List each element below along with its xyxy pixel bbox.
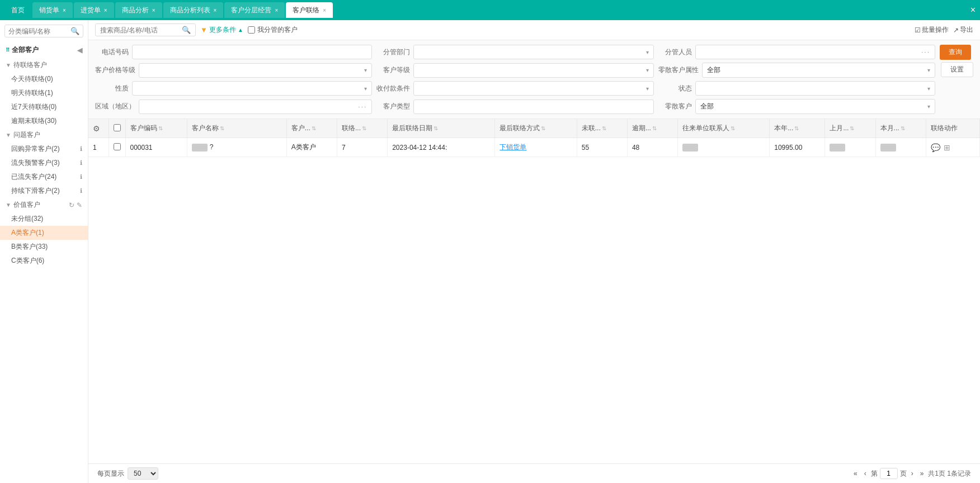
sort-icon[interactable]: ⇅ <box>362 125 366 131</box>
filter-phone: 电话号码 <box>95 45 372 59</box>
sort-icon[interactable]: ⇅ <box>794 125 799 131</box>
page-number-input[interactable] <box>880 468 898 479</box>
my-customers-filter[interactable]: 我分管的客户 <box>248 25 298 35</box>
sort-icon[interactable]: ⇅ <box>602 125 606 131</box>
export-btn[interactable]: ↗ 导出 <box>953 25 973 35</box>
sidebar-search-box[interactable]: 🔍 <box>4 25 83 37</box>
sort-icon[interactable]: ⇅ <box>731 125 735 131</box>
nav-home[interactable]: 首页 <box>4 2 31 18</box>
nature-input[interactable]: ▾ <box>132 81 372 96</box>
col-unit-contact-label: 往来单位联系人 <box>682 124 729 133</box>
sidebar-item-churned[interactable]: 已流失客户(24) ℹ <box>0 170 88 184</box>
close-icon[interactable]: × <box>275 7 278 13</box>
window-close-icon[interactable]: × <box>970 5 976 15</box>
sidebar-section-problem[interactable]: ▼ 问题客户 <box>0 128 88 142</box>
row-last-method: 下销货单 <box>495 138 577 157</box>
close-icon[interactable]: × <box>214 7 217 13</box>
status-label: 状态 <box>658 84 692 93</box>
per-page-select[interactable]: 50 100 200 <box>128 467 158 480</box>
settings-button[interactable]: 设置 <box>941 62 973 77</box>
col-last-date: 最后联络日期 ⇅ <box>388 119 495 138</box>
search-icon[interactable]: 🔍 <box>70 27 79 35</box>
sort-icon[interactable]: ⇅ <box>850 125 854 131</box>
close-icon[interactable]: × <box>104 7 107 13</box>
dots-icon: ··· <box>358 103 367 111</box>
retail-cust-input[interactable]: 全部 ▾ <box>695 99 935 114</box>
sidebar-item-ungroup[interactable]: 未分组(32) <box>0 212 88 226</box>
row-checkbox[interactable] <box>114 143 121 150</box>
first-page-btn[interactable]: « <box>851 468 860 479</box>
batch-op-label: 批量操作 <box>922 25 949 35</box>
search-icon[interactable]: 🔍 <box>182 26 191 34</box>
nav-product-analysis-list[interactable]: 商品分析列表 × <box>163 2 224 18</box>
nav-customer-segment[interactable]: 客户分层经营 × <box>224 2 285 18</box>
sidebar-section-pending[interactable]: ▼ 待联络客户 <box>0 58 88 72</box>
nav-tab-label: 客户分层经营 <box>231 6 271 15</box>
sidebar-item-overdue[interactable]: 逾期未联络(30) <box>0 114 88 128</box>
sort-icon[interactable]: ⇅ <box>434 125 438 131</box>
my-customers-checkbox[interactable] <box>248 26 255 34</box>
sort-icon[interactable]: ⇅ <box>158 125 163 131</box>
cust-level-input[interactable]: ▾ <box>413 63 653 78</box>
filter-search-input[interactable] <box>100 26 180 34</box>
last-method-link[interactable]: 下销货单 <box>500 143 526 151</box>
sidebar-item-7days[interactable]: 近7天待联络(0) <box>0 100 88 114</box>
sidebar-section-value[interactable]: ▼ 价值客户 ↻ ✎ <box>0 198 88 212</box>
sidebar-item-b-class[interactable]: B类客户(33) <box>0 240 88 254</box>
sidebar-item-declining[interactable]: 持续下滑客户(2) ℹ <box>0 184 88 198</box>
query-button[interactable]: 查询 <box>940 45 971 60</box>
filter-retail-cust: 零散客户 全部 ▾ <box>658 99 935 114</box>
sort-icon[interactable]: ⇅ <box>652 125 657 131</box>
select-all-checkbox[interactable] <box>114 124 121 131</box>
sidebar-item-c-class[interactable]: C类客户(6) <box>0 254 88 268</box>
settings-gear-icon[interactable]: ⚙ <box>93 124 100 133</box>
more-conditions-btn[interactable]: ▼ 更多条件 ▲ <box>200 25 243 35</box>
last-page-btn[interactable]: » <box>918 468 926 479</box>
sidebar-item-tomorrow[interactable]: 明天待联络(1) <box>0 86 88 100</box>
close-icon[interactable]: × <box>152 7 156 13</box>
sort-icon[interactable]: ⇅ <box>312 125 316 131</box>
sidebar-collapse-icon[interactable]: ◀ <box>77 46 82 54</box>
refresh-icon[interactable]: ↻ <box>69 201 74 209</box>
nav-purchase-order[interactable]: 进货单 × <box>74 2 114 18</box>
sidebar-all-customers[interactable]: ⠿ 全部客户 ◀ <box>0 42 88 58</box>
chevron-down-icon: ▾ <box>646 49 649 55</box>
payment-input[interactable]: ▾ <box>413 81 653 96</box>
nav-product-analysis[interactable]: 商品分析 × <box>115 2 162 18</box>
next-page-btn[interactable]: › <box>909 468 916 479</box>
retail-attr-input[interactable]: 全部 ▾ <box>702 63 935 78</box>
region-input[interactable]: ··· <box>139 100 372 114</box>
close-icon[interactable]: × <box>323 7 326 13</box>
sidebar-item-churn-warning[interactable]: 流失预警客户(3) ℹ <box>0 156 88 170</box>
message-icon[interactable]: 💬 <box>931 143 940 152</box>
sidebar-item-a-class[interactable]: A类客户(1) <box>0 226 88 240</box>
manager-input[interactable]: ··· <box>695 45 935 59</box>
nav-customer-contact[interactable]: 客户联络 × <box>286 2 333 18</box>
manager-label: 分管人员 <box>658 48 692 57</box>
close-icon[interactable]: × <box>63 7 66 13</box>
sidebar-item-today[interactable]: 今天待联络(0) <box>0 72 88 86</box>
qr-icon[interactable]: ⊞ <box>944 143 950 152</box>
edit-icon[interactable]: ✎ <box>77 201 82 209</box>
cust-type-input[interactable] <box>413 100 653 114</box>
filter-search-box[interactable]: 🔍 <box>95 23 196 36</box>
sidebar-search-input[interactable] <box>8 27 68 35</box>
sort-icon[interactable]: ⇅ <box>901 125 905 131</box>
batch-op-btn[interactable]: ☑ 批量操作 <box>915 25 949 35</box>
nav-sales-order[interactable]: 销货单 × <box>32 2 73 18</box>
dots-icon: ··· <box>921 48 930 56</box>
row-contact-count: 7 <box>337 138 387 157</box>
col-no-contact-label: 未联... <box>582 124 601 133</box>
sort-icon[interactable]: ⇅ <box>541 125 545 131</box>
price-level-input[interactable]: ▾ <box>139 63 372 78</box>
info-icon: ℹ <box>80 145 82 153</box>
phone-input[interactable] <box>132 45 372 59</box>
dept-input[interactable]: ▾ <box>413 45 653 59</box>
prev-page-btn[interactable]: ‹ <box>862 468 869 479</box>
sidebar-item-repurchase-anomaly[interactable]: 回购异常客户(2) ℹ <box>0 142 88 156</box>
col-last-month-label: 上月... <box>830 124 849 133</box>
status-input[interactable]: ▾ <box>695 81 935 96</box>
filter-payment: 收付款条件 ▾ <box>376 81 653 96</box>
sort-icon[interactable]: ⇅ <box>220 125 224 131</box>
col-code-label: 客户编码 <box>130 124 157 133</box>
